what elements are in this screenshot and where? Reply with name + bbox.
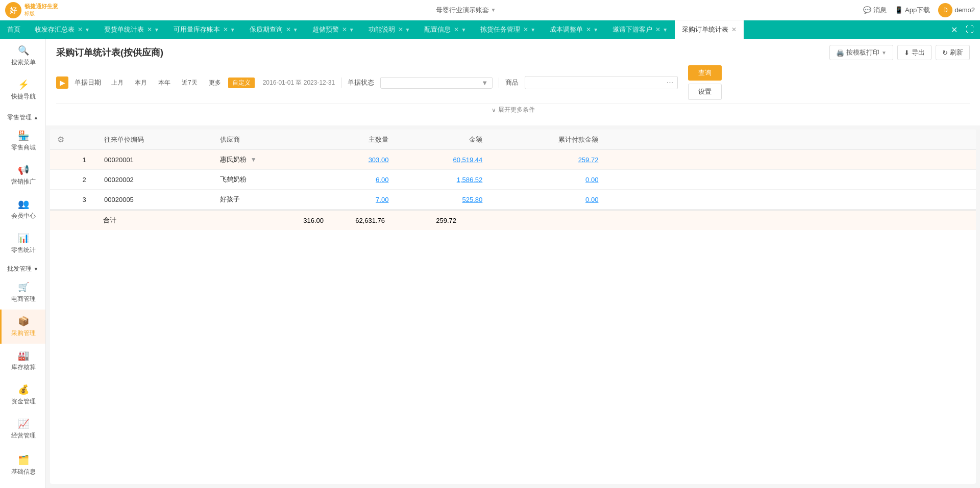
refresh-button[interactable]: ↻ 刷新 [936, 45, 970, 60]
tab-home[interactable]: 首页 [0, 20, 28, 39]
expand-more-button[interactable]: ∨ 展开更多条件 [56, 103, 970, 116]
table-body: 1 00020001 惠氏奶粉 ▼ 303.00 60,519.44 [50, 150, 976, 210]
basic-icon: 🗂️ [18, 454, 29, 466]
table-row: 3 00020005 好孩子 7.00 525.80 0.00 [50, 190, 976, 210]
footer-paid: 259.72 [392, 217, 463, 224]
tab-invite-downstream[interactable]: 邀请下游客户 ✕ ▼ [605, 20, 675, 39]
tab-close-icon[interactable]: ✕ [523, 26, 528, 33]
sidebar-item-marketing[interactable]: 📢 营销推广 [0, 158, 45, 192]
tab-arrow-icon: ▼ [293, 27, 298, 33]
stats-icon: 📊 [18, 233, 29, 244]
filter-action-buttons: 查询 设置 [688, 65, 722, 100]
status-filter-input[interactable] [385, 79, 479, 87]
tab-purchase-order-stats[interactable]: 采购订单统计表 ✕ [675, 20, 744, 39]
date-shortcut-last-month[interactable]: 上月 [107, 78, 128, 88]
purchase-icon: 📦 [18, 316, 29, 327]
col-rownum [71, 130, 97, 150]
top-header: 好 畅捷通好生意 标版 母婴行业演示账套 ▼ 💬 消息 📱 App下载 D de… [0, 0, 980, 20]
tab-expiry-query[interactable]: 保质期查询 ✕ ▼ [242, 20, 305, 39]
table-header-row: ⚙ 往来单位编码 供应商 主数量 金额 累计付款金额 [50, 130, 976, 150]
cell-quantity-2: 6.00 [322, 170, 396, 190]
sidebar: 🔍 搜索菜单 ⚡ 快捷导航 零售管理 ▲ 🏪 零售商城 📢 营销推广 👥 会员中… [0, 39, 46, 488]
sidebar-group-retail[interactable]: 零售管理 ▲ [0, 109, 45, 124]
tab-close-icon[interactable]: ✕ [655, 26, 660, 33]
tab-receive-summary[interactable]: 收发存汇总表 ✕ ▼ [28, 20, 97, 39]
sidebar-item-retail-stats[interactable]: 📊 零售统计 [0, 226, 45, 261]
tab-cost-adjust[interactable]: 成本调整单 ✕ ▼ [543, 20, 605, 39]
tab-close-icon[interactable]: ✕ [586, 26, 591, 33]
workspace-selector[interactable]: 母婴行业演示账套 ▼ [436, 6, 496, 15]
app-download-button[interactable]: 📱 App下载 [895, 6, 930, 15]
date-custom-badge[interactable]: 自定义 [228, 78, 255, 88]
avatar: D [938, 3, 952, 17]
sidebar-item-finance[interactable]: 💰 资金管理 [0, 378, 45, 412]
close-tab-button[interactable]: ✕ [949, 24, 960, 36]
marketing-icon: 📢 [18, 164, 29, 175]
tab-close-icon[interactable]: ✕ [398, 26, 403, 33]
sidebar-item-operations[interactable]: 📈 经营管理 [0, 412, 45, 446]
goods-filter-input[interactable] [529, 79, 667, 87]
date-shortcut-this-year[interactable]: 本年 [154, 78, 175, 88]
tab-function-desc[interactable]: 功能说明 ✕ ▼ [361, 20, 418, 39]
logo-text: 畅捷通好生意 标版 [24, 3, 58, 17]
footer-amount: 62,631.76 [331, 217, 392, 224]
export-button[interactable]: ⬇ 导出 [897, 45, 932, 60]
col-paid-amount: 累计付款金额 [489, 130, 605, 150]
cell-amount-2: 1,586.52 [396, 170, 489, 190]
query-button[interactable]: 查询 [688, 65, 722, 81]
data-table: ⚙ 往来单位编码 供应商 主数量 金额 累计付款金额 1 [50, 130, 976, 210]
date-shortcut-more[interactable]: 更多 [205, 78, 225, 88]
settings-button[interactable]: 设置 [688, 84, 722, 100]
logo-area: 好 畅捷通好生意 标版 [5, 2, 58, 18]
sidebar-item-quicknav[interactable]: ⚡ 快捷导航 [0, 73, 45, 107]
tab-arrow-icon: ▼ [85, 27, 90, 33]
sidebar-item-member[interactable]: 👥 会员中心 [0, 192, 45, 226]
table-settings-icon[interactable]: ⚙ [57, 135, 64, 144]
maximize-button[interactable]: ⛶ [964, 24, 976, 35]
sidebar-group-wholesale[interactable]: 批发管理 ▼ [0, 261, 45, 275]
tab-close-icon[interactable]: ✕ [731, 26, 737, 33]
tab-arrow-icon: ▼ [349, 27, 354, 33]
row-expand-icon-1[interactable]: ▼ [251, 156, 257, 163]
sidebar-item-ecommerce[interactable]: 🛒 电商管理 [0, 275, 45, 310]
search-icon: 🔍 [18, 45, 29, 56]
cell-amount-3: 525.80 [396, 190, 489, 210]
user-profile[interactable]: D demo2 [938, 3, 975, 17]
sidebar-item-basic-info[interactable]: 🗂️ 基础信息 [0, 448, 45, 482]
tab-available-ledger[interactable]: 可用量库存账本 ✕ ▼ [166, 20, 242, 39]
sidebar-item-inventory[interactable]: 🏭 库存核算 [0, 344, 45, 378]
date-shortcut-7days[interactable]: 近7天 [178, 78, 202, 88]
tab-close-icon[interactable]: ✕ [342, 26, 347, 33]
finance-icon: 💰 [18, 384, 29, 395]
sidebar-item-retail-shop[interactable]: 🏪 零售商城 [0, 124, 45, 158]
tab-close-icon[interactable]: ✕ [286, 26, 291, 33]
tab-close-icon[interactable]: ✕ [78, 26, 83, 33]
tab-arrow-icon: ▼ [230, 27, 235, 33]
message-button[interactable]: 💬 消息 [863, 6, 887, 15]
tab-arrow-icon: ▼ [663, 27, 668, 33]
inventory-icon: 🏭 [18, 350, 29, 361]
message-icon: 💬 [863, 6, 871, 14]
tab-arrow-icon: ▼ [530, 27, 535, 33]
tab-overstock-warning[interactable]: 超储预警 ✕ ▼ [305, 20, 361, 39]
cell-amount-1: 60,519.44 [396, 150, 489, 170]
goods-filter-wrapper: ··· [525, 76, 678, 89]
filter-toggle-button[interactable]: ▶ [56, 76, 68, 89]
tab-close-icon[interactable]: ✕ [147, 26, 152, 33]
goods-more-icon[interactable]: ··· [667, 78, 673, 87]
sidebar-item-purchase[interactable]: 📦 采购管理 [0, 310, 45, 344]
tab-close-icon[interactable]: ✕ [223, 26, 228, 33]
tab-picking-task[interactable]: 拣货任务管理 ✕ ▼ [473, 20, 543, 39]
tab-order-stats[interactable]: 要货单统计表 ✕ ▼ [97, 20, 166, 39]
date-shortcut-this-month[interactable]: 本月 [131, 78, 151, 88]
cell-supplier-name-1: 惠氏奶粉 ▼ [213, 150, 322, 170]
cell-empty-3 [605, 190, 976, 210]
tab-close-icon[interactable]: ✕ [454, 26, 459, 33]
shop-icon: 🏪 [18, 130, 29, 141]
content-area: 采购订单统计表(按供应商) 🖨️ 按模板打印 ▼ ⬇ 导出 ↻ 刷新 [46, 39, 980, 488]
tab-config-info[interactable]: 配置信息 ✕ ▼ [417, 20, 473, 39]
print-button[interactable]: 🖨️ 按模板打印 ▼ [829, 45, 893, 60]
sidebar-item-search[interactable]: 🔍 搜索菜单 [0, 39, 45, 73]
sidebar-item-system[interactable]: ⚙️ 系统管理 [0, 482, 45, 488]
status-dropdown-icon[interactable]: ▼ [481, 79, 488, 87]
